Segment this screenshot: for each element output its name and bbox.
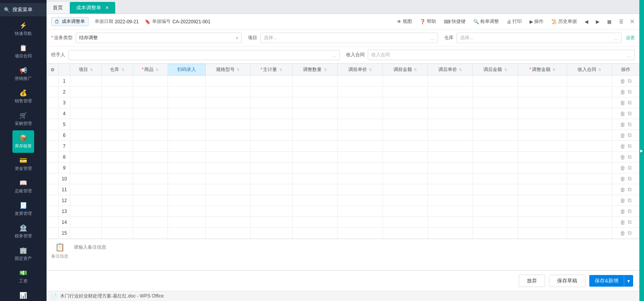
sidebar-item-payroll[interactable]: 💵工资 [12,265,34,288]
delete-row-3-icon[interactable]: 🗑 [620,100,625,106]
project-input[interactable]: 选择... ... [260,33,438,43]
copy-row-12-icon[interactable]: ⧉ [628,197,632,204]
cell-income-contract-13[interactable] [567,206,612,217]
cell-after-amount-9[interactable] [473,163,518,173]
cell-spec-2[interactable] [205,86,250,97]
action-operation[interactable]: ▶ 操作 [528,17,545,26]
cell-income-contract-11[interactable] [567,184,612,195]
cell-spec-15[interactable] [205,228,250,239]
tab-home[interactable]: 首页 [47,2,69,14]
cell-unit-10[interactable] [250,173,292,184]
cell-warehouse-9[interactable] [102,163,133,173]
cell-product-4[interactable] [133,108,168,119]
cell-adjust-amount-13[interactable] [518,206,567,217]
view-toggle-1[interactable]: ▦ [606,18,613,25]
cell-warehouse-8[interactable] [102,152,133,163]
cell-after-amount-6[interactable] [473,130,518,141]
col-after-price-sort[interactable]: ⇅ [459,68,462,72]
cell-after-price-9[interactable] [428,163,473,173]
cell-before-amount-11[interactable] [383,184,428,195]
cell-scan-8[interactable] [168,152,205,163]
sidebar-item-sales[interactable]: 💰销售管理 [12,85,34,108]
delete-row-4-icon[interactable]: 🗑 [620,111,625,117]
cell-scan-7[interactable] [168,141,205,152]
cell-after-price-10[interactable] [428,173,473,184]
cell-after-amount-2[interactable] [473,86,518,97]
col-warehouse-sort[interactable]: ⇅ [121,68,125,72]
cell-adjust-amount-11[interactable] [518,184,567,195]
cell-unit-1[interactable] [250,76,292,86]
cell-scan-3[interactable] [168,97,205,108]
cell-unit-15[interactable] [250,228,292,239]
cell-project-9[interactable] [70,163,102,173]
cell-adjust-amount-8[interactable] [518,152,567,163]
copy-row-5-icon[interactable]: ⧉ [628,121,632,128]
sidebar-item-tax[interactable]: 🏦税务管理 [12,220,34,243]
col-adjust-amount[interactable]: 调整金额 ⇅ [518,64,567,76]
cell-project-4[interactable] [70,108,102,119]
cell-adjust-qty-6[interactable] [293,130,338,141]
col-before-price[interactable]: 调前单价 ⇅ [338,64,383,76]
copy-row-2-icon[interactable]: ⧉ [628,88,632,95]
cell-warehouse-6[interactable] [102,130,133,141]
cell-income-contract-5[interactable] [567,119,612,130]
cell-scan-11[interactable] [168,184,205,195]
copy-row-14-icon[interactable]: ⧉ [628,219,632,225]
cell-adjust-amount-7[interactable] [518,141,567,152]
cell-project-8[interactable] [70,152,102,163]
cell-income-contract-15[interactable] [567,228,612,239]
delete-row-8-icon[interactable]: 🗑 [620,154,625,160]
cell-before-amount-10[interactable] [383,173,428,184]
col-unit[interactable]: 主计量 ⇅ [250,64,292,76]
cell-project-15[interactable] [70,228,102,239]
cell-unit-3[interactable] [250,97,292,108]
cell-unit-4[interactable] [250,108,292,119]
cell-unit-8[interactable] [250,152,292,163]
action-print[interactable]: 🖨 打印 [505,17,523,26]
save-new-main-button[interactable]: 保存&新增 [589,275,624,287]
cell-income-contract-6[interactable] [567,130,612,141]
cell-scan-9[interactable] [168,163,205,173]
cell-adjust-qty-5[interactable] [293,119,338,130]
cell-project-5[interactable] [70,119,102,130]
cell-product-2[interactable] [133,86,168,97]
cell-after-price-13[interactable] [428,206,473,217]
delete-row-6-icon[interactable]: 🗑 [620,132,625,138]
col-after-amount[interactable]: 调后金额 ⇅ [473,64,518,76]
cell-warehouse-1[interactable] [102,76,133,86]
sidebar-item-invoice[interactable]: 🧾发票管理 [12,198,34,220]
cell-after-price-6[interactable] [428,130,473,141]
cell-scan-2[interactable] [168,86,205,97]
delete-row-1-icon[interactable]: 🗑 [620,78,625,84]
cell-after-price-7[interactable] [428,141,473,152]
cell-before-price-2[interactable] [338,86,383,97]
cell-warehouse-13[interactable] [102,206,133,217]
cell-income-contract-2[interactable] [567,86,612,97]
cell-warehouse-14[interactable] [102,217,133,228]
cell-product-5[interactable] [133,119,168,130]
copy-row-13-icon[interactable]: ⧉ [628,208,632,215]
cell-product-14[interactable] [133,217,168,228]
delete-row-2-icon[interactable]: 🗑 [620,89,625,95]
cell-warehouse-10[interactable] [102,173,133,184]
copy-row-15-icon[interactable]: ⧉ [628,230,632,236]
sidebar-item-ops[interactable]: 📊经营管理 [12,288,34,301]
col-settings[interactable]: ⚙ [47,64,59,76]
cell-before-amount-5[interactable] [383,119,428,130]
cell-after-price-2[interactable] [428,86,473,97]
cell-spec-8[interactable] [205,152,250,163]
cell-adjust-amount-3[interactable] [518,97,567,108]
copy-row-6-icon[interactable]: ⧉ [628,132,632,138]
cell-adjust-qty-11[interactable] [293,184,338,195]
cell-unit-11[interactable] [250,184,292,195]
cell-spec-13[interactable] [205,206,250,217]
copy-row-9-icon[interactable]: ⧉ [628,164,632,171]
cell-income-contract-8[interactable] [567,152,612,163]
delete-row-10-icon[interactable]: 🗑 [620,176,625,182]
cell-adjust-amount-2[interactable] [518,86,567,97]
action-view[interactable]: 👁 视图 [395,17,414,26]
cell-unit-6[interactable] [250,130,292,141]
cell-spec-7[interactable] [205,141,250,152]
cell-after-price-14[interactable] [428,217,473,228]
cell-unit-13[interactable] [250,206,292,217]
